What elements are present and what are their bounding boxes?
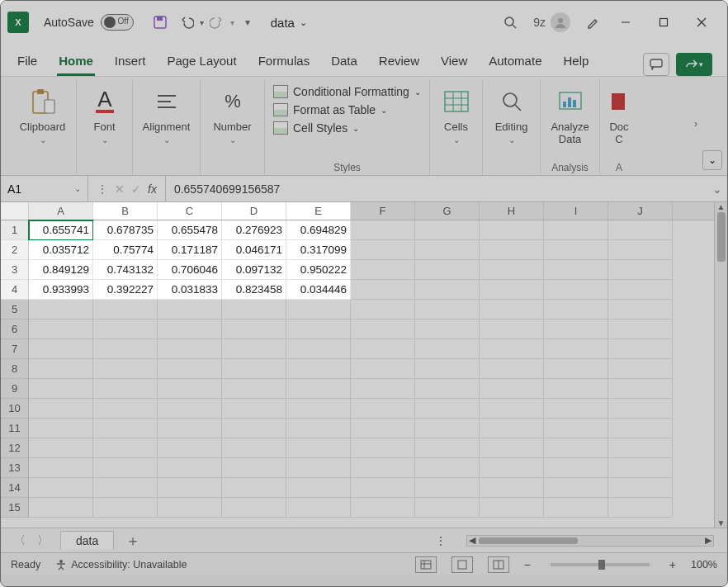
scrollbar-thumb[interactable] [717,212,726,262]
cell[interactable] [415,260,480,280]
cell[interactable] [29,478,93,498]
cell[interactable] [480,300,544,320]
cell[interactable] [222,359,286,379]
enter-icon[interactable]: ✓ [131,182,141,196]
cell[interactable] [286,379,351,399]
cell[interactable] [29,419,93,438]
cell[interactable] [544,339,608,359]
row-header[interactable]: 12 [1,438,29,458]
cell[interactable] [480,280,544,300]
cell[interactable] [158,379,222,399]
cell[interactable] [415,300,480,320]
column-header[interactable]: I [544,202,608,220]
cell[interactable] [544,478,608,498]
qat-overflow-icon[interactable]: ▾ [234,9,261,36]
column-header[interactable]: H [480,202,544,220]
scroll-up-icon[interactable]: ▲ [715,202,727,211]
zoom-out-button[interactable]: − [524,558,531,571]
cell[interactable] [415,240,480,260]
cell[interactable] [93,399,158,419]
cell[interactable] [351,260,415,280]
cell[interactable] [544,260,608,280]
cell[interactable] [351,438,415,458]
cell[interactable]: 0.655478 [158,220,222,240]
group-alignment[interactable]: Alignment ⌄ [133,80,201,175]
cell[interactable] [415,458,480,478]
column-header[interactable]: C [158,202,222,220]
cell[interactable] [415,339,480,359]
cell[interactable] [480,379,544,399]
group-number[interactable]: % Number ⌄ [201,80,265,175]
cell[interactable]: 0.317099 [286,240,351,260]
cell[interactable]: 0.035712 [29,240,93,260]
search-icon[interactable] [497,9,523,36]
row-header[interactable]: 9 [1,379,29,399]
cell[interactable] [480,478,544,498]
spreadsheet-grid[interactable]: ABCDEFGHIJ 10.6557410.6787350.6554780.27… [1,202,727,528]
cell[interactable] [480,339,544,359]
cell[interactable]: 0.171187 [158,240,222,260]
cell[interactable] [29,458,93,478]
cell[interactable] [158,458,222,478]
cell[interactable] [544,379,608,399]
cell[interactable] [544,280,608,300]
cell[interactable] [222,478,286,498]
select-all-corner[interactable] [1,202,29,220]
tab-home[interactable]: Home [57,47,95,76]
row-header[interactable]: 5 [1,300,29,320]
cell[interactable]: 0.933993 [29,280,93,300]
redo-icon[interactable] [204,9,230,36]
cell[interactable] [222,458,286,478]
cell[interactable] [415,379,480,399]
cell[interactable] [222,300,286,320]
cell[interactable] [415,399,480,419]
cell[interactable]: 0.823458 [222,280,286,300]
row-header[interactable]: 6 [1,320,29,339]
cell[interactable] [351,300,415,320]
undo-icon[interactable] [173,9,200,36]
sheet-menu-icon[interactable]: ⋮ [435,534,448,547]
cell[interactable] [351,379,415,399]
cell[interactable] [93,458,158,478]
cell[interactable] [480,399,544,419]
cell[interactable] [93,339,158,359]
cell[interactable] [608,260,673,280]
cell[interactable] [480,438,544,458]
cell[interactable]: 0.046171 [222,240,286,260]
cell[interactable] [158,320,222,339]
toggle-pill[interactable]: Off [101,14,134,31]
cell[interactable] [544,419,608,438]
cell[interactable] [544,240,608,260]
cell[interactable]: 0.655741 [29,220,93,240]
sheet-next-icon[interactable]: 〉 [37,533,49,548]
group-addins[interactable]: Doc C A [600,80,638,175]
cell[interactable]: 0.034446 [286,280,351,300]
column-header[interactable]: F [351,202,415,220]
cell[interactable] [608,320,673,339]
cell[interactable] [415,419,480,438]
cell[interactable] [286,419,351,438]
scroll-right-icon[interactable]: ▶ [705,535,711,546]
scrollbar-thumb[interactable] [479,537,578,544]
cell[interactable] [351,458,415,478]
cell[interactable] [351,339,415,359]
autosave-toggle[interactable]: AutoSave Off [44,14,134,31]
sheet-tab[interactable]: data [60,531,114,550]
tab-view[interactable]: View [439,47,469,76]
cell[interactable] [480,359,544,379]
cell[interactable] [544,458,608,478]
cell[interactable] [544,399,608,419]
row-header[interactable]: 3 [1,260,29,280]
cell[interactable] [608,339,673,359]
cell[interactable] [158,339,222,359]
cell[interactable] [544,498,608,518]
zoom-in-button[interactable]: + [669,558,676,571]
save-icon[interactable] [147,9,173,36]
cell[interactable] [351,498,415,518]
cell[interactable] [29,399,93,419]
cell[interactable] [544,300,608,320]
share-button[interactable]: ▾ [676,53,712,76]
fx-label[interactable]: fx [148,182,157,196]
column-header[interactable]: B [93,202,158,220]
cell[interactable] [29,339,93,359]
